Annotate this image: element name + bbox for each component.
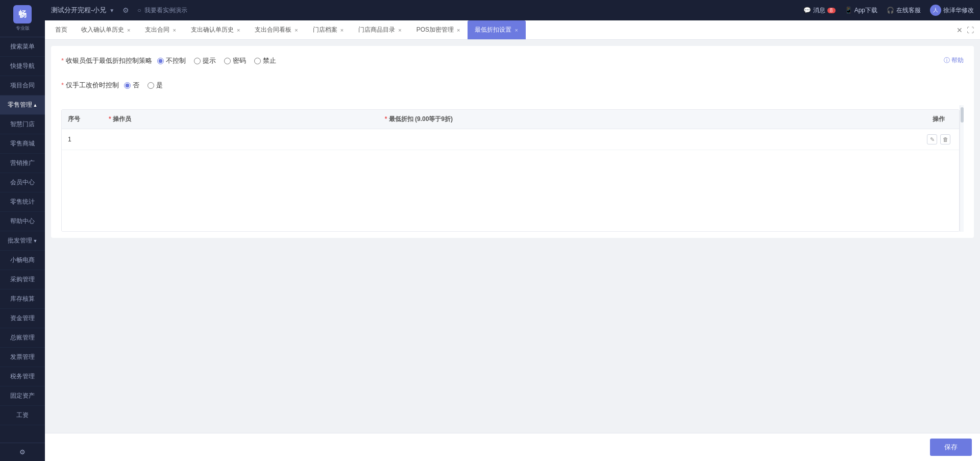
tab-label: 收入确认单历史 <box>81 26 124 34</box>
sidebar-item-inventory[interactable]: 库存核算 <box>0 289 45 309</box>
sidebar-item-marketing[interactable]: 营销推广 <box>0 154 45 173</box>
sidebar-item-help-center[interactable]: 帮助中心 <box>0 212 45 231</box>
sidebar-settings[interactable]: ⚙ <box>0 443 45 461</box>
tab-payment-contract[interactable]: 支出合同 × <box>138 20 183 39</box>
tab-store-archive[interactable]: 门店档案 × <box>306 20 351 39</box>
logo-icon: 畅 <box>13 5 32 23</box>
sidebar-item-project-contract[interactable]: 项目合同 <box>0 76 45 95</box>
delete-icon[interactable]: 🗑 <box>940 134 950 144</box>
sidebar-item-shortcut[interactable]: 快捷导航 <box>0 57 45 76</box>
sidebar-item-retail-stats[interactable]: 零售统计 <box>0 192 45 212</box>
tabbar: 首页 收入确认单历史 × 支出合同 × 支出确认单历史 × 支出合同看板 × 门… <box>45 20 980 40</box>
gear-icon: ⚙ <box>19 448 26 456</box>
sidebar-item-invoice[interactable]: 发票管理 <box>0 348 45 367</box>
option-label: 不控制 <box>166 56 186 65</box>
sidebar-item-wholesale[interactable]: 批发管理 ▼ <box>0 231 45 251</box>
sidebar-item-tax[interactable]: 税务管理 <box>0 367 45 386</box>
sidebar-item-label: 工资 <box>16 411 29 419</box>
close-icon[interactable]: × <box>237 27 240 33</box>
tab-store-product[interactable]: 门店商品目录 × <box>351 20 409 39</box>
sidebar-item-fixed-assets[interactable]: 固定资产 <box>0 386 45 406</box>
tab-min-discount[interactable]: 最低折扣设置 × <box>468 20 525 39</box>
table-scrollbar[interactable] <box>960 105 964 232</box>
arrow-up-icon: ▲ <box>33 103 38 108</box>
sidebar-item-label: 发票管理 <box>10 353 35 360</box>
sidebar-item-ecommerce[interactable]: 小畅电商 <box>0 251 45 270</box>
demo-link[interactable]: ○ 我要看实例演示 <box>137 6 187 15</box>
close-icon[interactable]: × <box>127 27 130 33</box>
dropdown-arrow-icon: ▼ <box>109 8 114 13</box>
option-yes[interactable]: 是 <box>148 81 163 90</box>
sidebar-item-smart-store[interactable]: 智慧门店 <box>0 115 45 134</box>
online-service-label: 在线客服 <box>896 6 921 15</box>
main-area: 测试分开完程-小兄 ▼ ⚙ ○ 我要看实例演示 💬 消息 8 📱 App下载 🎧… <box>45 0 980 461</box>
sidebar-item-retail-management[interactable]: 零售管理 ▲ <box>0 95 45 115</box>
required-mark: * <box>61 81 64 89</box>
close-icon[interactable]: × <box>514 27 518 33</box>
tab-label: 最低折扣设置 <box>475 26 511 34</box>
close-icon[interactable]: × <box>340 27 344 33</box>
tab-home[interactable]: 首页 <box>49 20 74 39</box>
discount-policy-row: * 收银员低于最低折扣控制策略 不控制 提示 <box>61 56 276 65</box>
online-service-btn[interactable]: 🎧 在线客服 <box>887 6 921 15</box>
fullscreen-icon[interactable]: ⛶ <box>967 26 974 34</box>
tab-label: 支出合同 <box>145 26 169 34</box>
sidebar-item-purchase[interactable]: 采购管理 <box>0 270 45 289</box>
demo-circle-icon: ○ <box>137 7 141 14</box>
radio-no[interactable] <box>124 82 131 89</box>
sidebar-item-search[interactable]: 搜索菜单 <box>0 37 45 57</box>
help-link[interactable]: ⓘ 帮助 <box>944 56 964 65</box>
sidebar-item-label: 资金管理 <box>10 314 35 322</box>
tab-label: 支出确认单历史 <box>191 26 234 34</box>
help-circle-icon: ⓘ <box>944 56 950 65</box>
user-avatar: 人 <box>930 5 941 16</box>
option-password[interactable]: 密码 <box>224 56 246 65</box>
close-icon[interactable]: × <box>398 27 401 33</box>
radio-password[interactable] <box>224 58 231 64</box>
option-no[interactable]: 否 <box>124 81 139 90</box>
close-tabs-icon[interactable]: ✕ <box>957 26 963 34</box>
edit-icon[interactable]: ✎ <box>927 134 937 144</box>
sidebar-item-salary[interactable]: 工资 <box>0 406 45 425</box>
option-ban[interactable]: 禁止 <box>254 56 276 65</box>
option-no-control[interactable]: 不控制 <box>157 56 186 65</box>
manual-price-options: 否 是 <box>124 81 163 90</box>
required-mark: * <box>61 57 64 64</box>
sidebar-item-ledger[interactable]: 总账管理 <box>0 328 45 348</box>
sidebar-item-label: 税务管理 <box>10 373 35 380</box>
download-icon: 📱 <box>845 7 852 14</box>
scroll-thumb <box>961 107 964 123</box>
settings-card: * 收银员低于最低折扣控制策略 不控制 提示 <box>51 46 974 238</box>
radio-no-control[interactable] <box>157 58 164 64</box>
sidebar-item-label: 智慧门店 <box>10 120 35 128</box>
tab-pos-password[interactable]: POS加密管理 × <box>409 20 468 39</box>
sidebar-item-member-center[interactable]: 会员中心 <box>0 173 45 192</box>
radio-remind[interactable] <box>194 58 201 64</box>
sidebar-item-retail-mall[interactable]: 零售商城 <box>0 134 45 154</box>
table-row: 1 ✎ 🗑 <box>62 129 959 150</box>
close-icon[interactable]: × <box>295 27 298 33</box>
topbar-right: 💬 消息 8 📱 App下载 🎧 在线客服 人 徐泽华修改 <box>803 5 974 16</box>
cell-seq: 1 <box>62 131 103 148</box>
app-download-btn[interactable]: 📱 App下载 <box>845 6 877 15</box>
close-icon[interactable]: × <box>173 27 176 33</box>
project-selector[interactable]: 测试分开完程-小兄 ▼ <box>51 6 114 15</box>
radio-ban[interactable] <box>254 58 261 64</box>
tab-payment-board[interactable]: 支出合同看板 × <box>248 20 305 39</box>
option-label: 禁止 <box>263 56 276 65</box>
option-remind[interactable]: 提示 <box>194 56 216 65</box>
settings-gear-icon[interactable]: ⚙ <box>122 6 129 14</box>
save-button[interactable]: 保存 <box>930 439 972 456</box>
message-label: 消息 <box>813 6 825 15</box>
project-name: 测试分开完程-小兄 <box>51 6 106 15</box>
tab-payment-confirm[interactable]: 支出确认单历史 × <box>184 20 248 39</box>
sidebar-item-label: 零售统计 <box>10 198 35 205</box>
tab-income-confirm[interactable]: 收入确认单历史 × <box>74 20 138 39</box>
message-btn[interactable]: 💬 消息 8 <box>803 6 836 15</box>
radio-yes[interactable] <box>148 82 154 89</box>
manual-price-row: * 仅手工改价时控制 否 是 <box>61 81 276 90</box>
tab-label: 门店档案 <box>313 26 337 34</box>
user-menu[interactable]: 人 徐泽华修改 <box>930 5 974 16</box>
close-icon[interactable]: × <box>457 27 460 33</box>
sidebar-item-finance[interactable]: 资金管理 <box>0 309 45 328</box>
